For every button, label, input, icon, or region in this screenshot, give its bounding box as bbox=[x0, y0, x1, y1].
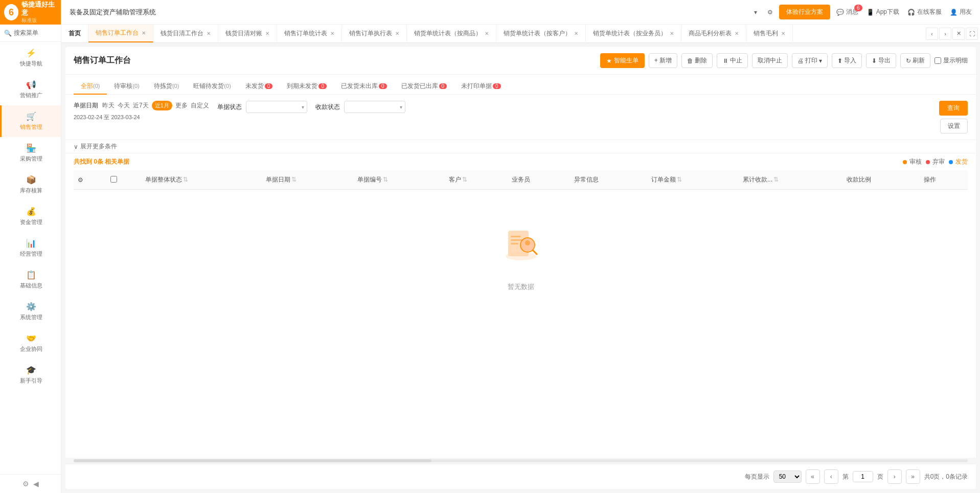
add-btn[interactable]: + 新增 bbox=[649, 53, 677, 68]
message-btn[interactable]: 💬 消息 6 bbox=[836, 8, 858, 16]
show-detail-input[interactable] bbox=[935, 57, 941, 64]
tab-product-margin[interactable]: 商品毛利分析表 ✕ bbox=[681, 25, 746, 42]
page-number-input[interactable] bbox=[853, 471, 873, 482]
sub-tab-pending-inspect[interactable]: 待拣货(0) bbox=[147, 79, 186, 95]
tab-close-icon[interactable]: ✕ bbox=[142, 30, 146, 36]
customer-sort-icon[interactable]: ⇅ bbox=[462, 176, 467, 183]
sub-tab-overdue[interactable]: 到期未发货0 bbox=[280, 79, 334, 95]
tab-close-icon[interactable]: ✕ bbox=[395, 31, 399, 36]
sub-tab-shipped-warehoused[interactable]: 已发货已出库0 bbox=[394, 79, 454, 95]
tab-close-icon[interactable]: ✕ bbox=[485, 31, 489, 36]
select-all-checkbox[interactable] bbox=[110, 176, 117, 183]
tab-close-icon[interactable]: ✕ bbox=[207, 31, 211, 36]
date-shortcut-1month[interactable]: 近1月 bbox=[152, 101, 172, 110]
tab-close-icon[interactable]: ✕ bbox=[265, 31, 269, 36]
audit-action-btn[interactable]: 审核 bbox=[903, 158, 922, 166]
sidebar-item-system[interactable]: ⚙️ 系统管理 bbox=[0, 296, 61, 327]
tab-close-icon[interactable]: ✕ bbox=[330, 31, 334, 36]
tab-close-icon[interactable]: ✕ bbox=[781, 31, 785, 36]
delete-btn[interactable]: 🗑 删除 bbox=[681, 53, 713, 68]
header-settings-btn[interactable]: ⚙ bbox=[767, 9, 773, 16]
scroll-track[interactable] bbox=[74, 459, 968, 462]
tab-sales-profit[interactable]: 销售毛利 ✕ bbox=[746, 25, 793, 42]
tab-next-btn[interactable]: › bbox=[939, 28, 951, 40]
sidebar-item-basic-info[interactable]: 📋 基础信息 bbox=[0, 264, 61, 296]
horizontal-scrollbar[interactable] bbox=[65, 458, 976, 464]
sidebar-item-sales[interactable]: 🛒 销售管理 bbox=[0, 105, 61, 137]
tab-cash-reconcile[interactable]: 钱货日清对账 ✕ bbox=[218, 25, 277, 42]
print-dropdown-icon: ▾ bbox=[819, 57, 822, 64]
payment-filter-select[interactable] bbox=[344, 101, 405, 113]
sub-tab-wangpu[interactable]: 旺铺待发货(0) bbox=[186, 79, 238, 95]
sub-tab-not-printed[interactable]: 未打印单据0 bbox=[454, 79, 508, 95]
tab-cash-daily[interactable]: 钱货日清工作台 ✕ bbox=[153, 25, 218, 42]
prev-page-btn[interactable]: ‹ bbox=[824, 469, 838, 484]
collected-sort-icon[interactable]: ⇅ bbox=[773, 176, 779, 183]
tab-sales-stat-staff[interactable]: 销货单统计表（按业务员） ✕ bbox=[586, 25, 681, 42]
number-sort-icon[interactable]: ⇅ bbox=[383, 176, 388, 183]
tab-prev-btn[interactable]: ‹ bbox=[926, 28, 938, 40]
show-detail-checkbox[interactable]: 显示明细 bbox=[935, 56, 968, 65]
tab-close-icon[interactable]: ✕ bbox=[735, 31, 739, 36]
suspend-btn[interactable]: ⏸ 中止 bbox=[717, 53, 748, 68]
sidebar-item-guide[interactable]: 🎓 新手引导 bbox=[0, 359, 61, 391]
import-btn[interactable]: ⬆ 导入 bbox=[832, 53, 862, 68]
settings-bottom-icon[interactable]: ⚙ bbox=[22, 480, 29, 488]
expand-filter-btn[interactable]: ∨ 展开更多条件 bbox=[74, 142, 968, 151]
expand-label: 展开更多条件 bbox=[80, 142, 117, 151]
collapse-sidebar-icon[interactable]: ◀ bbox=[33, 480, 39, 488]
first-page-btn[interactable]: « bbox=[806, 469, 820, 484]
user-menu-btn[interactable]: 👤 用友 bbox=[950, 8, 972, 16]
tab-fullscreen-btn[interactable]: ⛶ bbox=[966, 28, 978, 40]
sidebar-item-purchase[interactable]: 🏪 采购管理 bbox=[0, 137, 61, 169]
date-shortcut-7days[interactable]: 近7天 bbox=[133, 101, 149, 110]
date-shortcut-yesterday[interactable]: 昨天 bbox=[102, 101, 115, 110]
amount-sort-icon[interactable]: ⇅ bbox=[677, 176, 682, 183]
tab-close-all-btn[interactable]: ✕ bbox=[952, 28, 965, 40]
sub-tab-all[interactable]: 全部(0) bbox=[74, 79, 107, 95]
export-btn[interactable]: ⬇ 导出 bbox=[866, 53, 896, 68]
status-sort-icon[interactable]: ⇅ bbox=[183, 176, 188, 183]
tab-sales-order-workbench[interactable]: 销售订单工作台 ✕ bbox=[88, 25, 153, 42]
sidebar-search[interactable]: 🔍 搜索菜单 bbox=[0, 25, 61, 42]
tab-close-icon[interactable]: ✕ bbox=[670, 31, 674, 36]
scroll-thumb[interactable] bbox=[74, 459, 431, 462]
tab-sales-exec[interactable]: 销售订单执行表 ✕ bbox=[342, 25, 407, 42]
query-btn[interactable]: 查询 bbox=[939, 101, 968, 116]
print-btn[interactable]: 🖨 打印 ▾ bbox=[792, 53, 828, 68]
ship-action-btn[interactable]: 发货 bbox=[949, 158, 968, 166]
date-shortcut-today[interactable]: 今天 bbox=[118, 101, 130, 110]
cancel-suspend-btn[interactable]: 取消中止 bbox=[752, 53, 788, 68]
last-page-btn[interactable]: » bbox=[906, 469, 920, 484]
tab-sales-stat-customer[interactable]: 销货单统计表（按客户） ✕ bbox=[496, 25, 586, 42]
sub-tab-shipped-not-warehoused[interactable]: 已发货未出库0 bbox=[334, 79, 394, 95]
settings-col-icon[interactable]: ⚙ bbox=[78, 176, 83, 184]
solution-btn[interactable]: 体验行业方案 bbox=[779, 5, 830, 19]
abandon-audit-action-btn[interactable]: 弃审 bbox=[926, 158, 945, 166]
date-sort-icon[interactable]: ⇅ bbox=[291, 176, 297, 183]
system-dropdown[interactable]: ▾ bbox=[754, 9, 757, 16]
tab-close-icon[interactable]: ✕ bbox=[574, 31, 578, 36]
date-shortcut-more[interactable]: 更多 bbox=[175, 101, 188, 110]
online-service-btn[interactable]: 🎧 在线客服 bbox=[907, 8, 942, 16]
page-suffix: 页 bbox=[877, 473, 883, 481]
sidebar-item-inventory[interactable]: 📦 库存核算 bbox=[0, 169, 61, 200]
tab-sales-stat[interactable]: 销售订单统计表 ✕ bbox=[277, 25, 342, 42]
app-download-btn[interactable]: 📱 App下载 bbox=[867, 8, 899, 16]
page-size-select[interactable]: 50 10 20 100 bbox=[773, 470, 802, 483]
sidebar-item-enterprise[interactable]: 🤝 企业协同 bbox=[0, 327, 61, 359]
next-page-btn[interactable]: › bbox=[887, 469, 902, 484]
status-filter-select[interactable] bbox=[246, 101, 307, 113]
sidebar-item-marketing[interactable]: 📢 营销推广 bbox=[0, 74, 61, 105]
refresh-btn[interactable]: ↻ 刷新 bbox=[900, 53, 930, 68]
sidebar-item-finance[interactable]: 💰 资金管理 bbox=[0, 200, 61, 232]
sub-tab-not-shipped[interactable]: 未发货0 bbox=[238, 79, 280, 95]
filter-setting-btn[interactable]: 设置 bbox=[940, 119, 968, 133]
sidebar-item-operations[interactable]: 📊 经营管理 bbox=[0, 232, 61, 264]
smart-create-btn[interactable]: ★ 智能生单 bbox=[600, 53, 645, 68]
tab-home[interactable]: 首页 bbox=[61, 25, 88, 42]
sidebar-item-quick-nav[interactable]: ⚡ 快捷导航 bbox=[0, 42, 61, 74]
date-shortcut-custom[interactable]: 自定义 bbox=[191, 101, 209, 110]
sub-tab-pending-audit[interactable]: 待审核(0) bbox=[107, 79, 146, 95]
tab-sales-stat-product[interactable]: 销货单统计表（按商品） ✕ bbox=[407, 25, 496, 42]
